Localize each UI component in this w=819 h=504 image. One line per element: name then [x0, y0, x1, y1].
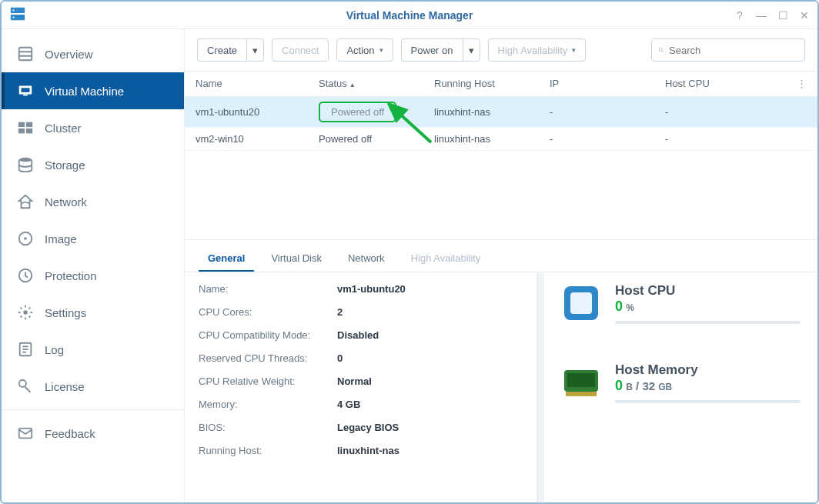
- tab-virtual-disk[interactable]: Virtual Disk: [262, 246, 331, 272]
- svg-rect-8: [22, 88, 30, 92]
- sidebar-item-feedback[interactable]: Feedback: [2, 415, 184, 452]
- table-row[interactable]: vm1-ubuntu20 Powered off linuxhint-nas -…: [185, 96, 817, 127]
- cell-name: vm2-win10: [185, 127, 308, 150]
- tab-high-availability[interactable]: High Availability: [402, 246, 490, 272]
- svg-point-14: [19, 158, 32, 162]
- vm-table-wrap: Name Status▲ Running Host IP Host CPU⋮ v…: [185, 72, 817, 239]
- prop-key-memory: Memory:: [199, 399, 337, 410]
- sidebar-item-label: Virtual Machine: [45, 85, 124, 98]
- svg-line-26: [662, 51, 664, 52]
- col-running-host[interactable]: Running Host: [423, 72, 539, 96]
- sidebar-item-license[interactable]: License: [2, 368, 184, 405]
- sidebar-item-label: Network: [45, 195, 87, 209]
- sidebar-item-protection[interactable]: Protection: [2, 257, 184, 294]
- cell-ip: -: [539, 96, 654, 127]
- sidebar-item-label: Feedback: [45, 427, 95, 440]
- sidebar-item-label: Image: [45, 232, 77, 245]
- svg-rect-13: [26, 129, 32, 133]
- prop-val-name: vm1-ubuntu20: [337, 283, 406, 295]
- stat-mem-bar: [615, 400, 801, 403]
- stat-cpu-value: 0 %: [615, 299, 801, 315]
- app-icon: [9, 5, 26, 25]
- search-box[interactable]: [651, 38, 805, 62]
- svg-point-3: [12, 16, 14, 18]
- svg-point-16: [24, 237, 27, 240]
- svg-point-25: [659, 48, 662, 51]
- sort-asc-icon: ▲: [349, 82, 356, 88]
- create-button[interactable]: Create: [197, 38, 246, 62]
- sidebar-item-label: Settings: [45, 306, 86, 319]
- scrollbar[interactable]: [538, 272, 544, 502]
- cell-host: linuxhint-nas: [423, 96, 539, 127]
- sidebar-item-storage[interactable]: Storage: [2, 146, 184, 183]
- col-name[interactable]: Name: [185, 72, 308, 96]
- action-button[interactable]: Action: [336, 38, 393, 62]
- sidebar-item-log[interactable]: Log: [2, 331, 184, 368]
- column-menu-icon[interactable]: ⋮: [797, 78, 807, 89]
- stat-mem-value: 0 B / 32 GB: [615, 378, 801, 394]
- stats-panel: Host CPU 0 % Host Memory 0 B / 32 GB: [544, 272, 817, 502]
- create-dropdown-icon[interactable]: ▾: [246, 38, 264, 62]
- svg-rect-10: [18, 122, 25, 127]
- svg-point-18: [23, 310, 28, 315]
- search-icon: [658, 45, 664, 55]
- col-status[interactable]: Status▲: [308, 72, 423, 96]
- help-icon[interactable]: ?: [734, 9, 745, 22]
- col-ip[interactable]: IP: [539, 72, 654, 96]
- sidebar-item-overview[interactable]: Overview: [2, 35, 184, 72]
- sidebar-item-label: Cluster: [45, 122, 82, 135]
- prop-val-bios: Legacy BIOS: [337, 422, 399, 433]
- sidebar-item-cluster[interactable]: Cluster: [2, 109, 184, 146]
- cell-cpu: -: [654, 96, 817, 127]
- col-host-cpu[interactable]: Host CPU⋮: [654, 72, 817, 96]
- sidebar: Overview Virtual Machine Cluster Storage…: [2, 29, 185, 502]
- tab-general[interactable]: General: [199, 246, 254, 272]
- toolbar: Create ▾ Connect Action Power on ▾ High …: [185, 29, 817, 72]
- connect-button[interactable]: Connect: [272, 38, 329, 62]
- sidebar-item-virtual-machine[interactable]: Virtual Machine: [2, 72, 184, 109]
- general-properties: Name:vm1-ubuntu20 CPU Cores:2 CPU Compat…: [185, 272, 538, 502]
- maximize-icon[interactable]: ☐: [777, 9, 788, 22]
- detail-tabs: General Virtual Disk Network High Availa…: [185, 240, 817, 272]
- prop-key-weight: CPU Relative Weight:: [199, 375, 337, 387]
- app-window: Virtual Machine Manager ? — ☐ ✕ Overview…: [0, 0, 819, 504]
- prop-val-reserved: 0: [337, 352, 343, 364]
- window-title: Virtual Machine Manager: [2, 9, 817, 22]
- prop-val-rhost: linuxhint-nas: [337, 445, 399, 456]
- stat-host-cpu: Host CPU 0 %: [561, 283, 801, 324]
- tab-network[interactable]: Network: [339, 246, 394, 272]
- svg-point-2: [12, 9, 14, 11]
- power-on-dropdown-icon[interactable]: ▾: [463, 38, 480, 62]
- sidebar-item-settings[interactable]: Settings: [2, 294, 184, 331]
- sidebar-item-label: Storage: [45, 159, 85, 172]
- prop-key-compat: CPU Compatibility Mode:: [199, 329, 337, 341]
- prop-val-weight: Normal: [337, 375, 372, 387]
- prop-val-memory: 4 GB: [337, 399, 360, 410]
- sidebar-item-label: Overview: [45, 48, 93, 61]
- svg-rect-11: [26, 122, 32, 127]
- sidebar-item-label: Protection: [45, 269, 97, 282]
- prop-key-cores: CPU Cores:: [199, 306, 337, 318]
- prop-val-compat: Disabled: [337, 329, 379, 341]
- svg-rect-9: [23, 95, 28, 96]
- sidebar-item-label: Log: [45, 343, 64, 356]
- svg-rect-31: [567, 373, 595, 387]
- sidebar-item-network[interactable]: Network: [2, 183, 184, 220]
- high-availability-button[interactable]: High Availability: [488, 38, 587, 62]
- svg-rect-4: [19, 48, 32, 61]
- search-input[interactable]: [669, 45, 798, 56]
- cell-name: vm1-ubuntu20: [185, 96, 308, 127]
- close-icon[interactable]: ✕: [799, 9, 810, 22]
- svg-rect-12: [18, 129, 25, 133]
- table-row[interactable]: vm2-win10 Powered off linuxhint-nas - -: [185, 127, 817, 150]
- prop-key-name: Name:: [199, 283, 337, 295]
- main-panel: Create ▾ Connect Action Power on ▾ High …: [185, 29, 817, 502]
- minimize-icon[interactable]: —: [756, 9, 767, 22]
- annotation-arrow-icon: [377, 96, 439, 150]
- prop-key-bios: BIOS:: [199, 422, 337, 433]
- power-on-button[interactable]: Power on: [401, 38, 463, 62]
- cell-ip: -: [539, 127, 654, 150]
- stat-host-memory: Host Memory 0 B / 32 GB: [561, 362, 801, 403]
- sidebar-item-image[interactable]: Image: [2, 220, 184, 257]
- stat-cpu-bar: [615, 321, 801, 324]
